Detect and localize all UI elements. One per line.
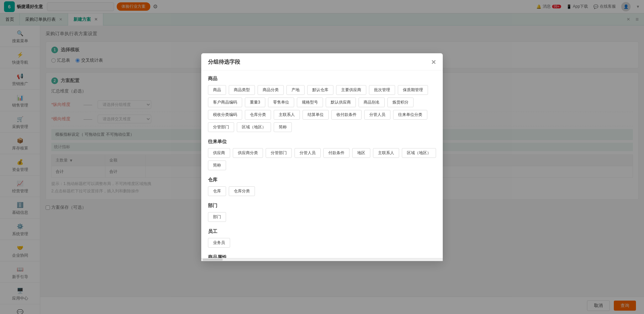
- field-tag-goods-4[interactable]: 默认仓库: [307, 85, 333, 95]
- modal-close-icon[interactable]: ✕: [431, 59, 436, 66]
- section-warehouse-title: 仓库: [208, 177, 436, 183]
- field-tag-goods-5[interactable]: 主要供应商: [336, 85, 366, 95]
- section-partners: 往来单位 供应商 供应商分类 分管部门 分管人员 付款条件 地区 主联系人 区域…: [208, 139, 436, 170]
- field-tag-goods-6[interactable]: 批次管理: [369, 85, 395, 95]
- modal-dialog: 分组待选字段 ✕ 商品 商品 商品类型 商品分类 产地 默认仓库 主要供应商 批…: [201, 53, 443, 261]
- field-tag-wh-0[interactable]: 仓库: [208, 186, 226, 196]
- section-partners-tags: 供应商 供应商分类 分管部门 分管人员 付款条件 地区 主联系人 区域（地区） …: [208, 148, 436, 170]
- field-tag-dept-0[interactable]: 部门: [208, 212, 226, 222]
- section-employee: 员工 业务员: [208, 229, 436, 248]
- section-dept-tags: 部门: [208, 212, 436, 222]
- field-tag-goods-24[interactable]: 简称: [274, 122, 292, 132]
- field-tag-goods-16[interactable]: 仓库分类: [245, 110, 271, 120]
- field-tag-goods-12[interactable]: 默认供应商: [326, 98, 356, 107]
- section-dept-title: 部门: [208, 203, 436, 209]
- field-tag-goods-18[interactable]: 结算单位: [303, 110, 329, 120]
- modal-overlay[interactable]: 分组待选字段 ✕ 商品 商品 商品类型 商品分类 产地 默认仓库 主要供应商 批…: [0, 0, 644, 314]
- field-tag-goods-9[interactable]: 重量3: [245, 98, 265, 107]
- section-goods: 商品 商品 商品类型 商品分类 产地 默认仓库 主要供应商 批次管理 保质期管理…: [208, 76, 436, 132]
- field-tag-goods-13[interactable]: 商品别名: [359, 98, 385, 107]
- section-dept: 部门 部门: [208, 203, 436, 222]
- section-goods-attr-title: 商品属性: [208, 254, 436, 258]
- field-tag-goods-8[interactable]: 客户商品编码: [208, 98, 242, 107]
- section-goods-attr: 商品属性 属性 颜色 多规格 尺码 鞋码 1: [208, 254, 436, 258]
- field-tag-partner-2[interactable]: 分管部门: [266, 148, 292, 158]
- field-tag-goods-17[interactable]: 主联系人: [274, 110, 300, 120]
- section-goods-tags: 商品 商品类型 商品分类 产地 默认仓库 主要供应商 批次管理 保质期管理 客户…: [208, 85, 436, 132]
- section-warehouse-tags: 仓库 仓库分类: [208, 186, 436, 196]
- field-tag-goods-10[interactable]: 零售单位: [268, 98, 294, 107]
- modal-title: 分组待选字段: [208, 59, 240, 66]
- field-tag-goods-2[interactable]: 商品分类: [258, 85, 284, 95]
- field-tag-partner-4[interactable]: 付款条件: [323, 148, 350, 158]
- field-tag-emp-0[interactable]: 业务员: [208, 238, 230, 248]
- field-tag-partner-8[interactable]: 简称: [208, 161, 226, 170]
- field-tag-goods-0[interactable]: 商品: [208, 85, 226, 95]
- section-employee-title: 员工: [208, 229, 436, 235]
- field-tag-partner-5[interactable]: 地区: [352, 148, 370, 158]
- field-tag-goods-1[interactable]: 商品类型: [229, 85, 255, 95]
- horizontal-scrollbar[interactable]: [201, 258, 443, 261]
- field-tag-goods-20[interactable]: 分管人员: [364, 110, 390, 120]
- field-tag-goods-19[interactable]: 收付款条件: [331, 110, 362, 120]
- section-warehouse: 仓库 仓库 仓库分类: [208, 177, 436, 196]
- field-tag-goods-23[interactable]: 区域（地区）: [237, 122, 271, 132]
- field-tag-goods-3[interactable]: 产地: [286, 85, 305, 95]
- field-tag-goods-11[interactable]: 规格型号: [297, 98, 323, 107]
- field-tag-wh-1[interactable]: 仓库分类: [229, 186, 255, 196]
- field-tag-partner-0[interactable]: 供应商: [208, 148, 230, 158]
- field-tag-goods-22[interactable]: 分管部门: [208, 122, 234, 132]
- scroll-thumb-x[interactable]: [203, 259, 223, 261]
- field-tag-partner-3[interactable]: 分管人员: [294, 148, 321, 158]
- field-tag-partner-1[interactable]: 供应商分类: [233, 148, 263, 158]
- field-tag-partner-6[interactable]: 主联系人: [373, 148, 399, 158]
- field-tag-partner-7[interactable]: 区域（地区）: [402, 148, 436, 158]
- section-employee-tags: 业务员: [208, 238, 436, 248]
- field-tag-goods-15[interactable]: 税收分类编码: [208, 110, 242, 120]
- field-tag-goods-21[interactable]: 往来单位分类: [393, 110, 427, 120]
- section-partners-title: 往来单位: [208, 139, 436, 145]
- section-goods-title: 商品: [208, 76, 436, 82]
- modal-header: 分组待选字段 ✕: [201, 53, 443, 70]
- field-tag-goods-7[interactable]: 保质期管理: [398, 85, 428, 95]
- field-tag-goods-14[interactable]: 炼货积分: [387, 98, 414, 107]
- modal-body: 商品 商品 商品类型 商品分类 产地 默认仓库 主要供应商 批次管理 保质期管理…: [201, 70, 443, 258]
